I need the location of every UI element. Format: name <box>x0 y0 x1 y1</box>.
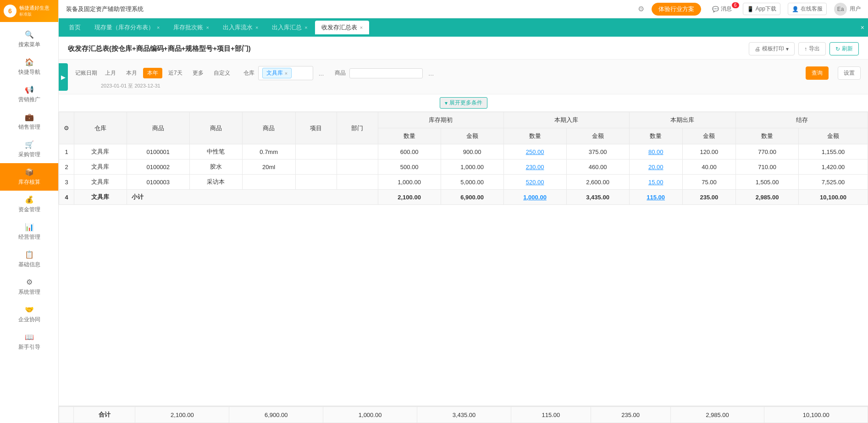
row2-balance-qty: 710.00 <box>736 159 799 175</box>
sidebar-item-enterprise[interactable]: 🤝 企业协同 <box>0 301 58 328</box>
sidebar-item-purchase[interactable]: 🛒 采购管理 <box>0 136 58 163</box>
total-row: 合计 2,100.00 6,900.00 1,000.00 3,435.00 1… <box>59 407 868 423</box>
total-out-qty: 115.00 <box>511 407 591 423</box>
row2-opening-amt: 1,000.00 <box>441 159 503 175</box>
page-settings-button[interactable]: 设置 <box>838 66 861 80</box>
subtotal-out-qty-link[interactable]: 115.00 <box>647 194 665 201</box>
row2-in-qty[interactable]: 230.00 <box>503 159 566 175</box>
notification-count: 6 <box>732 2 739 8</box>
sidebar-item-search-label: 搜索菜单 <box>18 41 40 49</box>
tab-bar-close[interactable]: × <box>861 24 864 31</box>
filter-collapse-btn[interactable]: ▶ <box>59 63 68 91</box>
date-btn-7days[interactable]: 近7天 <box>164 68 187 78</box>
tab-inout-flow-label: 出入库流水 <box>223 23 253 32</box>
finance-icon: 💰 <box>25 195 34 204</box>
tab-batch[interactable]: 库存批次账 × <box>167 21 215 34</box>
tab-inventory-dist-close[interactable]: × <box>157 25 160 30</box>
goods-input[interactable] <box>354 70 409 77</box>
sidebar-item-marketing[interactable]: 📢 营销推广 <box>0 81 58 108</box>
row2-project <box>295 159 337 175</box>
row1-out-qty-link[interactable]: 80.00 <box>648 148 663 155</box>
refresh-button[interactable]: ↻ 刷新 <box>829 42 859 55</box>
row2-out-qty[interactable]: 20.00 <box>629 159 682 175</box>
tab-inout-summary[interactable]: 出入库汇总 × <box>265 21 314 34</box>
sidebar-item-system[interactable]: ⚙ 系统管理 <box>0 273 58 301</box>
subtotal-balance-qty: 2,985.00 <box>736 190 799 205</box>
date-btn-this-year[interactable]: 本年 <box>143 68 162 78</box>
basic-icon: 📋 <box>25 250 34 259</box>
sidebar-item-operation[interactable]: 📊 经营管理 <box>0 218 58 246</box>
warehouse-tag-close[interactable]: × <box>285 71 287 76</box>
subtotal-in-qty[interactable]: 1,000.00 <box>503 190 566 205</box>
row3-out-qty-link[interactable]: 15.00 <box>648 179 663 186</box>
row1-out-qty[interactable]: 80.00 <box>629 144 682 159</box>
notification-icon: 💬 <box>712 6 719 12</box>
total-in-qty: 1,000.00 <box>323 407 417 423</box>
tab-receive-summary-close[interactable]: × <box>360 25 363 30</box>
sidebar-item-guide[interactable]: 📖 新手引导 <box>0 328 58 356</box>
sidebar-item-inventory-label: 库存核算 <box>18 178 40 186</box>
print-label: 模板打印 <box>762 45 784 53</box>
th-code: 商品 <box>127 112 189 144</box>
tab-inout-flow[interactable]: 出入库流水 × <box>216 21 265 34</box>
tab-inventory-dist[interactable]: 现存量（库存分布表） × <box>88 21 166 34</box>
tab-home[interactable]: 首页 <box>62 21 87 34</box>
tab-bar: 首页 现存量（库存分布表） × 库存批次账 × 出入库流水 × 出入库汇总 × … <box>59 18 868 37</box>
date-btn-this-month[interactable]: 本月 <box>122 68 141 78</box>
sidebar-item-home[interactable]: 🏠 快捷导航 <box>0 53 58 81</box>
home-icon: 🏠 <box>25 58 34 66</box>
th-in: 本期入库 <box>503 112 629 128</box>
row3-in-qty-link[interactable]: 520.00 <box>526 179 544 186</box>
goods-input-wrap[interactable] <box>349 68 423 78</box>
row2-in-qty-link[interactable]: 230.00 <box>526 164 544 170</box>
app-download-button[interactable]: 📱 App下载 <box>743 3 780 15</box>
goods-more-btn[interactable]: ... <box>426 70 436 77</box>
row1-in-qty[interactable]: 250.00 <box>503 144 566 159</box>
export-button[interactable]: ↑ 导出 <box>798 42 826 55</box>
sidebar-item-search[interactable]: 🔍 搜索菜单 <box>0 26 58 53</box>
row1-warehouse: 文具库 <box>74 144 127 159</box>
tab-batch-close[interactable]: × <box>206 25 209 30</box>
sales-icon: 💼 <box>25 113 34 121</box>
logo-icon: 6 <box>4 5 17 17</box>
goods-label: 商品 <box>335 69 346 77</box>
tab-home-label: 首页 <box>69 23 81 32</box>
tab-inout-summary-close[interactable]: × <box>304 25 307 30</box>
date-btn-custom[interactable]: 自定义 <box>210 68 234 78</box>
refresh-icon: ↻ <box>835 46 840 52</box>
sidebar: 6 畅捷通好生意 标准版 🔍 搜索菜单 🏠 快捷导航 📢 营销推广 💼 销售管理… <box>0 0 59 423</box>
subtotal-in-qty-link[interactable]: 1,000.00 <box>523 194 547 201</box>
user-area[interactable]: Ea 用户 <box>834 3 861 16</box>
date-btn-more[interactable]: 更多 <box>188 68 208 78</box>
expand-conditions-btn[interactable]: ▾ 展开更多条件 <box>440 97 487 109</box>
row1-out-amt: 120.00 <box>682 144 735 159</box>
total-balance-amt: 10,100.00 <box>764 407 868 423</box>
experience-button[interactable]: 体验行业方案 <box>652 3 701 16</box>
sidebar-item-finance[interactable]: 💰 资金管理 <box>0 191 58 218</box>
main-area: 装备及固定资产辅助管理系统 ⚙ 体验行业方案 💬 消息 6 📱 App下载 👤 … <box>59 0 868 423</box>
data-table-container: ⚙ 仓库 商品 商品 商品 项目 部门 库存期初 本期入库 本期出库 结存 <box>59 112 868 406</box>
row3-in-qty[interactable]: 520.00 <box>503 175 566 190</box>
row1-in-qty-link[interactable]: 250.00 <box>526 148 544 155</box>
export-icon: ↑ <box>804 46 807 52</box>
sidebar-item-sales[interactable]: 💼 销售管理 <box>0 108 58 136</box>
column-settings-icon[interactable]: ⚙ <box>64 125 69 132</box>
date-btn-last-month[interactable]: 上月 <box>101 68 120 78</box>
row3-out-qty[interactable]: 15.00 <box>629 175 682 190</box>
notification-area[interactable]: 💬 消息 6 <box>708 5 735 13</box>
support-icon: 👤 <box>792 6 799 12</box>
settings-icon[interactable]: ⚙ <box>638 5 644 13</box>
online-support-button[interactable]: 👤 在线客服 <box>788 3 827 15</box>
warehouse-more-btn[interactable]: ... <box>317 70 326 77</box>
date-shortcuts: 上月 本月 本年 近7天 更多 自定义 <box>101 68 234 78</box>
sidebar-item-inventory[interactable]: 📦 库存核算 <box>0 163 58 191</box>
tab-receive-summary[interactable]: 收发存汇总表 × <box>315 21 369 34</box>
th-settings[interactable]: ⚙ <box>59 112 74 144</box>
row2-out-qty-link[interactable]: 20.00 <box>648 164 663 170</box>
print-button[interactable]: 🖨 模板打印 ▾ <box>749 42 795 55</box>
sidebar-item-basic[interactable]: 📋 基础信息 <box>0 246 58 273</box>
query-button[interactable]: 查询 <box>806 66 829 80</box>
subtotal-out-qty[interactable]: 115.00 <box>629 190 682 205</box>
tab-inout-flow-close[interactable]: × <box>255 25 258 30</box>
th-in-amt: 金额 <box>566 128 629 144</box>
